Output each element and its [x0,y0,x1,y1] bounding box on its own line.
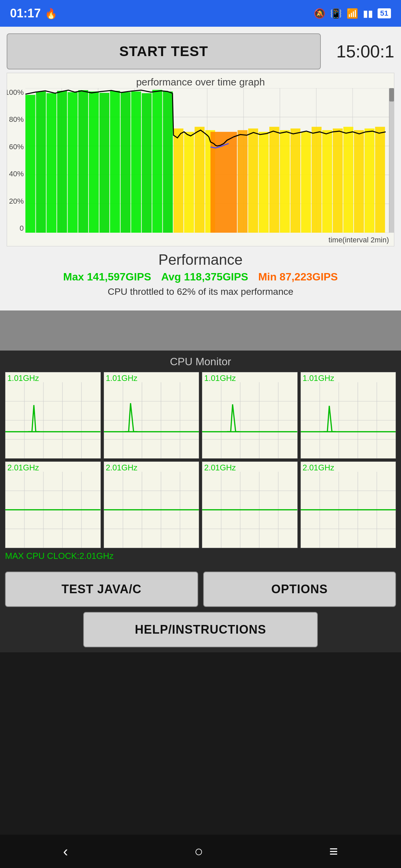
vibrate-icon: 📳 [330,8,342,19]
cpu-core-grid-bottom: 2.01GHz 2.01GHz [5,461,396,548]
status-bar: 01:17 🔥 🔕 📳 📶 ▮▮ 51 [0,0,401,27]
svg-rect-17 [47,93,56,233]
svg-rect-39 [290,128,300,233]
svg-rect-29 [173,128,183,233]
cpu-core-8: 2.01GHz [300,461,396,548]
top-controls: START TEST 15:00:1 [7,33,394,69]
svg-rect-37 [269,127,279,233]
x-axis-label: time(interval 2min) [328,236,389,244]
svg-rect-43 [333,128,343,233]
svg-rect-40 [301,132,311,233]
home-button[interactable]: ○ [194,843,203,860]
cpu-core-4: 1.01GHz [300,372,396,459]
svg-rect-23 [110,91,120,233]
graph-scrollbar[interactable] [389,88,394,233]
button-row-1: TEST JAVA/C OPTIONS [5,571,396,607]
perf-stats: Max 141,597GIPS Avg 118,375GIPS Min 87,2… [13,271,388,283]
svg-rect-18 [57,91,67,233]
cpu-core-2: 1.01GHz [104,372,200,459]
svg-rect-24 [121,92,131,233]
cpu-monitor-title: CPU Monitor [5,355,396,368]
svg-rect-46 [365,128,375,233]
timer-display: 15:00:1 [327,41,394,61]
cpu-core-1: 1.01GHz [5,372,101,459]
cpu-core-4-graph [301,382,396,458]
svg-rect-16 [36,91,46,233]
svg-rect-44 [344,127,353,233]
svg-rect-15 [25,95,35,233]
options-button[interactable]: OPTIONS [203,571,396,607]
help-instructions-button[interactable]: HELP/INSTRUCTIONS [83,612,318,647]
status-time: 01:17 🔥 [10,6,57,20]
perf-min: Min 87,223GIPS [258,271,338,283]
svg-rect-34 [237,130,248,233]
cpu-monitor-section: CPU Monitor 1.01GHz [0,350,401,571]
svg-rect-38 [280,130,290,233]
cpu-core-1-graph [5,382,101,458]
time-display: 01:17 [10,6,41,20]
flame-icon: 🔥 [45,8,57,19]
cpu-core-3: 1.01GHz [202,372,298,459]
svg-rect-20 [78,90,88,233]
perf-avg: Avg 118,375GIPS [161,271,248,283]
cpu-core-6: 2.01GHz [104,461,200,548]
svg-rect-30 [184,132,194,233]
performance-svg [25,88,389,233]
performance-title: Performance [13,251,388,268]
cpu-core-2-graph [104,382,199,458]
back-button[interactable]: ‹ [63,843,68,860]
svg-rect-42 [322,130,332,233]
cpu-core-3-graph [202,382,297,458]
nav-bar: ‹ ○ ≡ [0,835,401,868]
svg-rect-31 [195,127,204,233]
cpu-core-7-graph [202,472,297,548]
cpu-core-8-graph [301,472,396,548]
signal-icon: ▮▮ [363,8,373,19]
svg-rect-45 [354,130,364,233]
cpu-core-7: 2.01GHz [202,461,298,548]
gray-separator [0,310,401,350]
cpu-core-6-graph [104,472,199,548]
svg-rect-33 [210,132,237,233]
svg-rect-28 [163,91,173,233]
cpu-core-grid-top: 1.01GHz 1.01GHz [5,372,396,459]
max-cpu-clock-label: MAX CPU CLOCK:2.01GHz [5,551,396,561]
test-java-button[interactable]: TEST JAVA/C [5,571,198,607]
svg-rect-25 [131,91,141,233]
menu-button[interactable]: ≡ [329,843,338,860]
dark-fill-area [0,652,401,786]
battery-icon: 51 [378,8,391,18]
cpu-core-5-graph [5,472,101,548]
svg-rect-27 [152,90,163,233]
graph-title: performance over time graph [7,73,394,90]
performance-graph-container: performance over time graph 100% 80% 60%… [7,73,394,246]
svg-rect-26 [142,93,152,233]
performance-section: Performance Max 141,597GIPS Avg 118,375G… [7,246,394,301]
perf-max: Max 141,597GIPS [63,271,151,283]
status-icons: 🔕 📳 📶 ▮▮ 51 [314,8,391,19]
cpu-core-5: 2.01GHz [5,461,101,548]
svg-rect-41 [312,127,322,233]
y-axis-labels: 100% 80% 60% 40% 20% 0 [7,88,25,233]
svg-rect-22 [99,93,110,233]
svg-rect-47 [375,127,385,233]
bottom-buttons: TEST JAVA/C OPTIONS HELP/INSTRUCTIONS [0,571,401,652]
start-test-button[interactable]: START TEST [7,33,321,69]
mute-icon: 🔕 [314,8,325,19]
main-area: START TEST 15:00:1 performance over time… [0,27,401,310]
wifi-icon: 📶 [346,8,358,19]
svg-rect-36 [259,132,269,233]
svg-rect-21 [89,91,99,233]
throttle-text: CPU throttled to 62% of its max performa… [13,286,388,297]
graph-svg-area [25,88,389,233]
svg-rect-35 [248,128,258,233]
svg-rect-19 [68,92,78,233]
